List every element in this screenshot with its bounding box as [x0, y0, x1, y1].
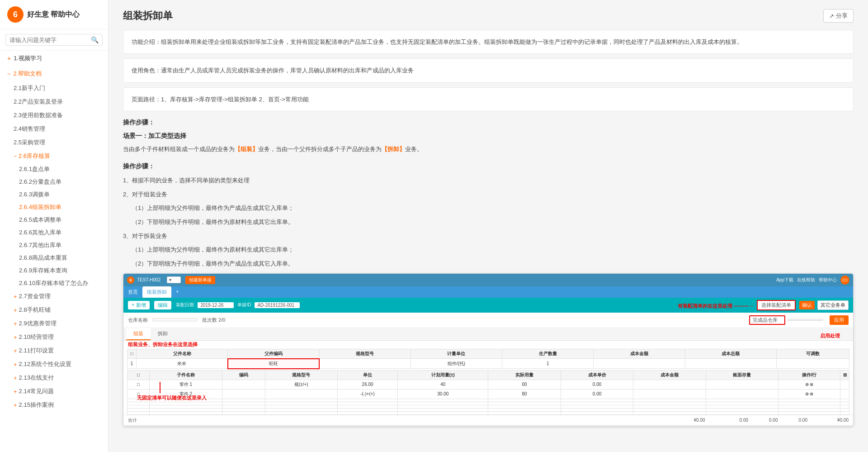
sidebar-item-assembly[interactable]: 2.6.4组装拆卸单 — [0, 201, 108, 214]
sidebar-item-transfer[interactable]: 2.6.3调拨单 — [0, 188, 108, 201]
sidebar-item-ops[interactable]: + 2.10经营管理 — [0, 330, 108, 344]
app-nav-add[interactable]: + — [171, 286, 183, 298]
col-parent-spec: 规格型号 — [319, 349, 410, 359]
sidebar-item-newbie[interactable]: 2.1新手入门 — [0, 81, 108, 95]
sidebar-item-cost-recalc[interactable]: 2.6.8商品成本重算 — [0, 252, 108, 264]
app-select[interactable]: ▾ — [167, 276, 181, 283]
table-row — [127, 405, 849, 408]
search-box: 🔍 — [5, 34, 103, 46]
sidebar-item-payment[interactable]: + 2.13在线支付 — [0, 371, 108, 385]
footer-total1: ¥0.00 — [694, 418, 705, 423]
search-input[interactable] — [9, 37, 91, 43]
sidebar-item-inventory-ledger[interactable]: 2.6.9库存账本查询 — [0, 264, 108, 277]
col-child-spec: 规格型号 — [265, 370, 337, 380]
scenario1-desc: 当由多个子件材料组装成一个成品的业务为【组装】业务，当由一个父件拆分成多个子产品… — [123, 144, 854, 155]
sidebar-item-sales[interactable]: 2.4销售管理 — [0, 122, 108, 136]
btn-assembly-list[interactable]: 选择装配清单 — [757, 300, 796, 310]
sidebar-item-coupon[interactable]: + 2.9优惠券管理 — [0, 317, 108, 330]
col-child-unit: 单位 — [338, 370, 398, 380]
sidebar-item-purchase[interactable]: 2.5采购管理 — [0, 136, 108, 149]
sidebar-item-cases[interactable]: + 2.15操作案例 — [0, 398, 108, 412]
share-button[interactable]: ↗ 分享 — [823, 9, 854, 23]
inventory-minus-icon: − — [14, 153, 17, 159]
sidebar-item-partial-stocktake[interactable]: 2.6.2分量盘点单 — [0, 176, 108, 188]
field-count-label: 批次数 2/0 — [202, 317, 225, 324]
col-parent-name: 父件名称 — [137, 349, 228, 359]
app-nav-assembly[interactable]: 组装拆卸 — [142, 286, 171, 298]
sidebar-item-faq[interactable]: + 2.14常见问题 — [0, 385, 108, 398]
sidebar-item-finance[interactable]: + 2.7资金管理 — [0, 290, 108, 303]
field-finish-warehouse[interactable]: 完成品仓库 — [749, 315, 785, 325]
sidebar-item-other-out[interactable]: 2.6.7其他出库单 — [0, 239, 108, 252]
sidebar-item-install[interactable]: 2.2产品安装及登录 — [0, 95, 108, 109]
col-parent-total: 成本总额 — [685, 349, 776, 359]
annotation-2: 组装业务、拆卸业务在这里选择 — [128, 341, 198, 348]
table-row — [127, 408, 849, 411]
ops-plus-icon: + — [14, 334, 17, 341]
table-row: □ 零件 2 -(-)+(+) 30.00 80 0.00 ⊕ ⊗ — [127, 389, 849, 399]
main-content: 组装拆卸单 ↗ 分享 功能介绍：组装拆卸单用来处理企业组装或拆卸等加工业务，支持… — [108, 0, 868, 452]
annotation-1: 有装配清单的在这里处理 ———→ — [678, 303, 754, 309]
intro-block-3: 页面路径：1、库存核算->库存管理->组装拆卸单 2、首页->常用功能 — [123, 87, 854, 111]
intro-block-2: 使用角色：通常由生产人员或库管人员完成拆装业务的操作，库管人员确认原材料的出库和… — [123, 58, 854, 82]
sidebar: 6 好生意 帮助中心 🔍 + 1.视频学习 − 2.帮助文档 2.1新手入门 2… — [0, 0, 108, 452]
step-3: 3、对于拆装业务 — [123, 231, 854, 242]
app-menu-apps: App下载 — [776, 277, 793, 283]
parent-code-cell[interactable]: 旺旺 — [228, 359, 319, 369]
sidebar-item-mobile[interactable]: + 2.8手机旺铺 — [0, 303, 108, 317]
field-warehouse[interactable] — [152, 319, 198, 321]
sidebar-item-docs[interactable]: − 2.帮助文档 — [0, 66, 108, 81]
col-parent-cost: 成本金额 — [594, 349, 685, 359]
mobile-plus-icon: + — [14, 307, 17, 314]
col-parent-count: 生产数量 — [502, 349, 594, 359]
table-row: □ 零件 1 规(±/+) 26.00 40 00 0.00 ⊕ ⊗ — [127, 380, 849, 389]
logo-icon: 6 — [7, 6, 24, 23]
content-header: 组装拆卸单 ↗ 分享 — [108, 0, 868, 30]
sidebar-item-cost-adjust[interactable]: 2.6.5成本调整单 — [0, 214, 108, 226]
field-date-value[interactable]: 2019-12-26 — [198, 302, 234, 308]
app-title-bar: TEST-H002 — [137, 277, 160, 282]
app-btn-new[interactable]: 创建新单据 — [185, 276, 215, 284]
btn-confirm[interactable]: 确认 — [799, 301, 815, 309]
step-2-2: （2）下部明细为子件明细，最终作为原材料生成其它出库单。 — [132, 217, 854, 228]
field-finish-warehouse-input[interactable] — [787, 319, 823, 321]
sidebar-item-print[interactable]: + 2.11打印设置 — [0, 344, 108, 357]
step-2-1: （1）上部明细为父件明细，最终作为产成品生成其它入库单； — [132, 203, 854, 214]
arrow-4 — [160, 382, 160, 393]
search-icon[interactable]: 🔍 — [91, 36, 99, 43]
app-nav-home[interactable]: 首页 — [123, 286, 142, 298]
btn-edit[interactable]: 编辑 — [154, 301, 171, 309]
content-body: 功能介绍：组装拆卸单用来处理企业组装或拆卸等加工业务，支持有固定装配清单的产品加… — [108, 30, 868, 438]
field-date-label: 装配日期 — [176, 302, 194, 308]
step-1: 1、根据不同的业务，选择不同单据的类型来处理 — [123, 175, 854, 186]
btn-add-record[interactable]: +新增 — [128, 301, 150, 309]
sidebar-item-ledger-fix[interactable]: 2.6.10库存账本错了怎么办 — [0, 277, 108, 290]
btn-more[interactable]: 其它业务单 — [817, 300, 849, 310]
pay-plus-icon: + — [14, 375, 17, 381]
field-id-value[interactable]: AD-20191226-001 — [255, 302, 300, 308]
sidebar-item-personalize[interactable]: + 2.12系统个性化设置 — [0, 357, 108, 371]
tab-assembly-type[interactable]: 组装 — [126, 328, 151, 340]
col-child-cost-total: 成本金额 — [633, 370, 706, 380]
col-child-actual-qty: 实际用量 — [488, 370, 561, 380]
app-avatar: CC — [840, 276, 849, 285]
tab-disassemble-type[interactable]: 拆卸 — [151, 328, 175, 340]
sidebar-item-other-in[interactable]: 2.6.6其他入库单 — [0, 226, 108, 239]
col-check: □ — [127, 349, 137, 359]
footer-total3: 0.00 — [769, 418, 778, 423]
nav-area: + 1.视频学习 − 2.帮助文档 2.1新手入门 2.2产品安装及登录 2.3… — [0, 51, 108, 452]
annotation-3: 启用处理 — [820, 333, 840, 339]
scenario1-title: 场景一：加工类型选择 — [123, 132, 854, 140]
app-menu-center: 帮助中心 — [819, 277, 837, 283]
btn-apply[interactable]: 应用 — [830, 315, 849, 325]
table-row: 1 米米 旺旺 组件/(托) 1 — [127, 359, 849, 369]
app-menu-help: 在线帮助 — [797, 277, 815, 283]
footer-total2: 0.00 — [740, 418, 748, 423]
sidebar-item-inventory[interactable]: − 2.6库存核算 — [0, 149, 108, 163]
footer-total5: ¥0.00 — [837, 418, 849, 423]
sidebar-item-video[interactable]: + 1.视频学习 — [0, 51, 108, 66]
sidebar-item-stocktake[interactable]: 2.6.1盘点单 — [0, 163, 108, 176]
sidebar-item-data-prep[interactable]: 2.3使用前数据准备 — [0, 109, 108, 122]
col-child-name: 子件名称 — [150, 370, 222, 380]
expand-icon: + — [7, 55, 11, 62]
